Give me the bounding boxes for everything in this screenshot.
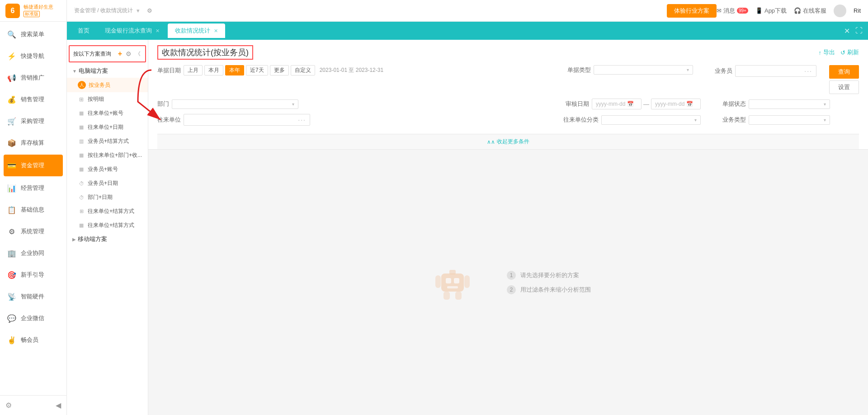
tab-fullscreen-icon[interactable]: ⛶ xyxy=(854,25,864,37)
sidebar-item-quick-nav[interactable]: ⚡ 快捷导航 xyxy=(0,45,66,67)
user-name[interactable]: Rit xyxy=(854,7,861,14)
scheme-partner-account[interactable]: ▦ 往来单位+账号 xyxy=(67,106,148,120)
top-right-area: ✉ 消息 99+ 📱 App下载 🎧 在线客服 Rit xyxy=(717,5,861,17)
table5-icon: ▦ xyxy=(78,222,85,229)
tab-collection-stats[interactable]: 收款情况统计 ✕ xyxy=(168,24,225,38)
sidebar-item-business[interactable]: 📊 经营管理 xyxy=(0,177,66,199)
sidebar-item-vip[interactable]: ✌ 畅会员 xyxy=(0,329,66,351)
query-button[interactable]: 查询 xyxy=(829,65,859,79)
messages-btn[interactable]: ✉ 消息 99+ xyxy=(717,7,748,15)
table3-icon: ▦ xyxy=(78,152,85,159)
partner-select[interactable]: ··· xyxy=(184,114,310,126)
app-name: 畅捷通好生意 xyxy=(24,4,53,10)
sidebar-collapse-icon[interactable]: ◀ xyxy=(54,399,63,411)
partner-category-label: 往来单位分类 xyxy=(563,116,599,124)
refresh-btn[interactable]: ↺ 刷新 xyxy=(840,48,859,57)
tab-close-all-icon[interactable]: ✕ xyxy=(842,25,852,37)
export-btn[interactable]: ↑ 导出 xyxy=(819,48,835,57)
clock2-icon: ⏱ xyxy=(78,194,85,201)
filter-area: 单据日期 上月 本月 本年 近7天 更多 自定义 2023-01-01 至 20… xyxy=(157,65,859,134)
marketing-icon: 📢 xyxy=(7,73,16,82)
page-actions: ↑ 导出 ↺ 刷新 xyxy=(819,48,859,57)
sidebar-item-label: 畅会员 xyxy=(21,336,38,344)
scheme-partner-date[interactable]: ▦ 往来单位+日期 xyxy=(67,120,148,134)
finance-icon: 💳 xyxy=(7,161,16,170)
empty-state-container: 1 请先选择要分析的方案 2 用过滤条件来缩小分析范围 xyxy=(425,255,591,310)
sidebar-item-basic-info[interactable]: 📋 基础信息 xyxy=(0,199,66,221)
sidebar-item-search[interactable]: 🔍 搜索菜单 xyxy=(0,24,66,45)
app-download-label: App下载 xyxy=(764,7,787,15)
scheme-label: 业务员+结算方式 xyxy=(88,137,129,145)
sidebar-item-finance[interactable]: 💳 资金管理 xyxy=(4,155,63,176)
doc-type-select[interactable]: ▾ xyxy=(594,65,693,75)
filter-row-2: 部门 ▾ 审核日期 yyyy-mm-dd 📅 xyxy=(157,99,859,109)
sidebar-item-label: 新手引导 xyxy=(21,271,44,279)
wechat-icon: 💬 xyxy=(7,314,16,323)
partner-category-select[interactable]: ▾ xyxy=(601,115,701,125)
scheme-partner-settlement1[interactable]: ⊞ 往来单位+结算方式 xyxy=(67,204,148,218)
tab-bank-flow[interactable]: 现金银行流水查询 ✕ xyxy=(98,24,167,38)
scheme-settings-icon[interactable]: ⚙ xyxy=(125,49,132,58)
date-btn-7days[interactable]: 近7天 xyxy=(246,65,268,75)
trial-button[interactable]: 体验行业方案 xyxy=(667,4,717,18)
sidebar-item-system[interactable]: ⚙ 系统管理 xyxy=(0,221,66,242)
scheme-salesperson-date[interactable]: ⏱ 业务员+日期 xyxy=(67,176,148,190)
scheme-by-detail[interactable]: ⊞ 按明细 xyxy=(67,92,148,106)
sidebar-item-enterprise[interactable]: 🏢 企业协同 xyxy=(0,242,66,264)
robot-svg xyxy=(430,260,475,305)
scheme-partner-settlement2[interactable]: ▦ 往来单位+结算方式 xyxy=(67,218,148,232)
scheme-label: 往来单位+日期 xyxy=(88,123,123,131)
tab-close-bank-flow[interactable]: ✕ xyxy=(156,28,160,34)
mobile-section: ▶ 移动端方案 xyxy=(67,232,148,246)
tab-home[interactable]: 首页 xyxy=(71,24,97,38)
page-header: 收款情况统计(按业务员) ↑ 导出 ↺ 刷新 单据日期 xyxy=(148,40,868,150)
sidebar-item-wechat[interactable]: 💬 企业微信 xyxy=(0,307,66,329)
doc-status-select[interactable]: ▾ xyxy=(749,99,830,109)
panel-collapse-icon[interactable]: 《 xyxy=(134,49,142,59)
scheme-dept-date[interactable]: ⏱ 部门+日期 xyxy=(67,190,148,204)
desktop-section-header[interactable]: ▼ 电脑端方案 xyxy=(67,64,148,78)
dept-select[interactable]: ▾ xyxy=(172,99,298,109)
scheme-label: 业务员+日期 xyxy=(88,179,118,187)
date-btn-last-month[interactable]: 上月 xyxy=(184,65,203,75)
tab-bar: 首页 现金银行流水查询 ✕ 收款情况统计 ✕ ✕ ⛶ xyxy=(67,22,868,40)
sidebar-item-inventory[interactable]: 📦 库存核算 xyxy=(0,132,66,154)
mobile-section-header[interactable]: ▶ 移动端方案 xyxy=(67,232,148,246)
salesperson-select[interactable]: ··· xyxy=(735,65,816,77)
sidebar-item-marketing[interactable]: 📢 营销推广 xyxy=(0,67,66,89)
step1-num: 1 xyxy=(507,271,516,280)
step1-text: 请先选择要分析的方案 xyxy=(520,271,579,279)
sidebar-item-label: 资金管理 xyxy=(21,161,44,170)
scheme-label: 往来单位+账号 xyxy=(88,109,123,117)
sidebar-item-guide[interactable]: 🎯 新手引导 xyxy=(0,264,66,286)
settings-button[interactable]: 设置 xyxy=(829,80,859,94)
online-service-btn[interactable]: 🎧 在线客服 xyxy=(794,7,826,15)
date-btn-this-year[interactable]: 本年 xyxy=(225,65,244,75)
sidebar: 6 畅捷通好生意 标准版 🔍 搜索菜单 ⚡ 快捷导航 📢 营销推广 💰 销售管理… xyxy=(0,0,67,415)
review-date-to-input[interactable]: yyyy-mm-dd 📅 xyxy=(651,99,701,109)
sidebar-item-sales[interactable]: 💰 销售管理 xyxy=(0,89,66,110)
quick-nav-icon: ⚡ xyxy=(7,52,16,61)
add-scheme-icon[interactable]: + xyxy=(117,49,123,59)
date-btn-custom[interactable]: 自定义 xyxy=(291,65,315,75)
date-btn-more[interactable]: 更多 xyxy=(270,65,289,75)
date-btn-this-month[interactable]: 本月 xyxy=(204,65,223,75)
sidebar-settings-icon[interactable]: ⚙ xyxy=(4,399,14,411)
review-date-from-input[interactable]: yyyy-mm-dd 📅 xyxy=(592,99,642,109)
svg-rect-3 xyxy=(447,286,458,288)
collapse-bar[interactable]: ∧∧ 收起更多条件 xyxy=(157,134,859,149)
biz-type-select[interactable]: ▾ xyxy=(749,115,830,125)
scheme-partner-dept-collection[interactable]: ▦ 按往来单位+部门+收... xyxy=(67,148,148,162)
app-download-btn[interactable]: 📱 App下载 xyxy=(755,7,787,15)
refresh-icon: ↺ xyxy=(840,49,845,56)
sidebar-item-smart-hw[interactable]: 📡 智能硬件 xyxy=(0,286,66,307)
export-label: 导出 xyxy=(823,48,835,57)
tab-close-collection-stats[interactable]: ✕ xyxy=(214,28,218,34)
sidebar-item-purchase[interactable]: 🛒 采购管理 xyxy=(0,110,66,132)
scheme-by-salesperson[interactable]: 人 按业务员 xyxy=(67,78,148,92)
settings-icon[interactable]: ⚙ xyxy=(143,5,156,17)
date-separator: — xyxy=(643,101,649,108)
user-avatar[interactable] xyxy=(834,5,846,17)
scheme-salesperson-settlement[interactable]: ▥ 业务员+结算方式 xyxy=(67,134,148,148)
scheme-salesperson-account[interactable]: ▦ 业务员+账号 xyxy=(67,162,148,176)
